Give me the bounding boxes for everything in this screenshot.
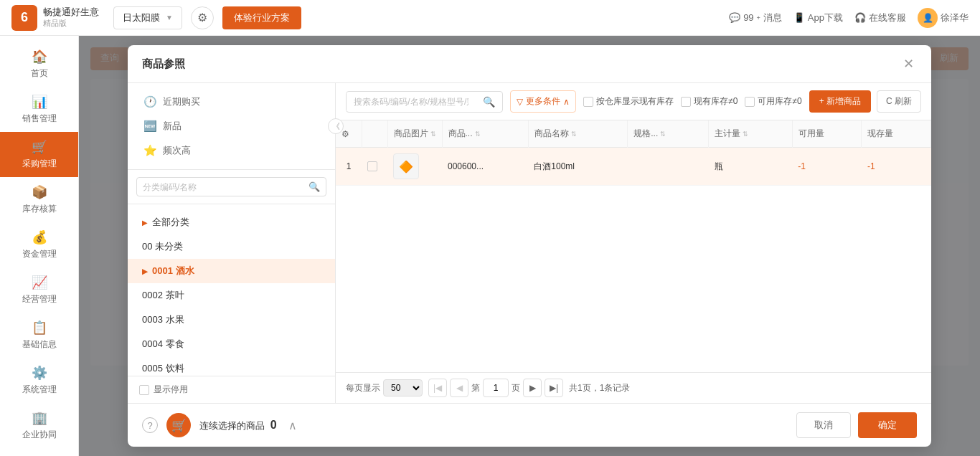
triangle-icon: ▶	[142, 219, 148, 227]
category-item-0005[interactable]: 0005 饮料	[128, 356, 335, 376]
search-icon: 🔍	[308, 181, 320, 192]
th-available: 可用量	[792, 120, 862, 148]
home-icon: 🏠	[32, 49, 47, 65]
basic-icon: 📋	[32, 320, 47, 336]
checkbox-nonzero-available[interactable]: 可用库存≠0	[745, 95, 801, 108]
footer-collapse-icon[interactable]: ∧	[288, 419, 297, 432]
sidebar-item-inventory[interactable]: 📦 库存核算	[0, 177, 78, 222]
brand-name: 畅捷通好生意	[43, 6, 99, 19]
sidebar-item-basic[interactable]: 📋 基础信息	[0, 313, 78, 358]
logo-area: 6 畅捷通好生意 精品版	[11, 5, 99, 31]
tab-frequent[interactable]: ⭐ 频次高	[136, 139, 326, 162]
per-page-dropdown[interactable]: 50 10 20 100	[383, 379, 423, 396]
product-search-button[interactable]: 🔍	[476, 92, 502, 112]
main-layout: 🏠 首页 📊 销售管理 🛒 采购管理 📦 库存核算 💰 资金管理 📈 经营管理 …	[0, 36, 980, 456]
category-item-0003[interactable]: 0003 水果	[128, 308, 335, 332]
sidebar-item-finance[interactable]: 💰 资金管理	[0, 222, 78, 267]
existing-stock-checkbox[interactable]	[583, 97, 593, 107]
row-image-cell: 🔶	[387, 148, 442, 186]
nonzero-stock-checkbox[interactable]	[681, 97, 691, 107]
category-item-0001[interactable]: ▶ 0001 酒水	[128, 259, 335, 283]
category-item-00[interactable]: 00 未分类	[128, 234, 335, 259]
help-button[interactable]: ?	[142, 417, 158, 433]
product-reference-modal: 商品参照 ✕ 🕐 近期购买 🆕	[128, 45, 931, 447]
collapse-left-panel-button[interactable]: 《	[328, 118, 344, 134]
table-body: 1 🔶	[336, 148, 931, 186]
modal-body: 🕐 近期购买 🆕 新品 ⭐ 频次高 《	[128, 83, 931, 403]
add-product-button[interactable]: + 新增商品	[809, 90, 871, 113]
sidebar-item-purchase[interactable]: 🛒 采购管理	[0, 132, 78, 177]
selected-count-value: 0	[270, 419, 277, 431]
th-spec: 规格... ⇅	[628, 120, 709, 148]
cancel-button[interactable]: 取消	[796, 412, 851, 438]
sidebar-item-enterprise[interactable]: 🏢 企业协同	[0, 403, 78, 448]
top-navigation: 6 畅捷通好生意 精品版 日太阳膜 ▼ ⚙ 体验行业方案 💬 99+ 消息 📱 …	[0, 0, 980, 36]
try-industry-button[interactable]: 体验行业方案	[222, 6, 301, 29]
row-name: 白酒100ml	[528, 148, 627, 186]
last-page-button[interactable]: ▶|	[545, 379, 563, 397]
sidebar-item-operations[interactable]: 📈 经营管理	[0, 267, 78, 313]
cart-icon: 🛒	[32, 139, 47, 155]
pagination-area: 每页显示 50 10 20 100 |◀ ◀	[336, 372, 931, 403]
row-code: 000600...	[442, 148, 528, 186]
tab-recent-purchase[interactable]: 🕐 近期购买	[136, 90, 326, 113]
user-item[interactable]: 👤 徐泽华	[918, 8, 969, 28]
next-page-button[interactable]: ▶	[523, 379, 542, 397]
category-item-0004[interactable]: 0004 零食	[128, 332, 335, 356]
system-icon: ⚙️	[32, 365, 47, 381]
row-stock: -1	[862, 148, 931, 186]
sidebar-item-sales[interactable]: 📊 销售管理	[0, 87, 78, 132]
product-table-area: ⚙ 商品图片 ⇅	[336, 120, 931, 372]
th-checkbox	[362, 120, 387, 148]
row-index: 1	[336, 148, 362, 186]
sidebar-item-system[interactable]: ⚙️ 系统管理	[0, 358, 78, 403]
tab-new-products[interactable]: 🆕 新品	[136, 115, 326, 138]
more-filter-button[interactable]: ▽ 更多条件 ∧	[510, 90, 576, 113]
avatar: 👤	[918, 8, 938, 28]
right-panel: 🔍 ▽ 更多条件 ∧ 按仓库显示现有库存	[336, 83, 931, 403]
show-disabled-checkbox[interactable]	[139, 385, 149, 395]
product-table: ⚙ 商品图片 ⇅	[336, 120, 931, 186]
message-icon: 💬	[729, 12, 740, 23]
nav-selector[interactable]: 日太阳膜 ▼	[113, 6, 182, 29]
sidebar-item-home[interactable]: 🏠 首页	[0, 42, 78, 87]
th-image: 商品图片 ⇅	[387, 120, 442, 148]
toolbar-right-actions: + 新增商品 C 刷新	[809, 90, 921, 113]
th-stock: 现存量	[862, 120, 931, 148]
active-triangle-icon: ▶	[142, 267, 148, 275]
modal-header: 商品参照 ✕	[128, 45, 931, 83]
gear-button[interactable]: ⚙	[191, 6, 214, 29]
table-header: ⚙ 商品图片 ⇅	[336, 120, 931, 148]
category-search-input[interactable]	[143, 182, 304, 192]
table-row[interactable]: 1 🔶	[336, 148, 931, 186]
box-icon: 📦	[32, 184, 47, 200]
refresh-button[interactable]: C 刷新	[877, 90, 921, 113]
modal-close-button[interactable]: ✕	[900, 55, 917, 72]
checkbox-show-existing-stock[interactable]: 按仓库显示现有库存	[583, 95, 674, 108]
category-item-all[interactable]: ▶ 全部分类	[128, 210, 335, 234]
checkbox-nonzero-stock[interactable]: 现有库存≠0	[681, 95, 738, 108]
filter-icon: ▽	[517, 97, 523, 107]
star-icon: ⭐	[143, 144, 157, 157]
page-number-input[interactable]	[483, 379, 509, 397]
first-page-button[interactable]: |◀	[428, 379, 447, 397]
download-icon: 📱	[793, 12, 805, 23]
app-download-item[interactable]: 📱 App下载	[793, 11, 843, 24]
sort-icon-image: ⇅	[430, 130, 436, 138]
total-info: 共1页，1条记录	[569, 382, 630, 394]
selected-count-label: 连续选择的商品 0	[199, 419, 280, 432]
row-unit: 瓶	[709, 148, 793, 186]
message-item[interactable]: 💬 99+ 消息	[729, 11, 782, 24]
cart-button[interactable]: 🛒	[166, 413, 191, 437]
sidebar-item-guide[interactable]: 🎯 新手引导	[0, 448, 78, 456]
online-service-item[interactable]: 🎧 在线客服	[854, 11, 906, 24]
prev-page-button[interactable]: ◀	[450, 379, 468, 397]
confirm-button[interactable]: 确定	[858, 412, 917, 438]
show-disabled-area: 显示停用	[128, 376, 335, 403]
category-item-0002[interactable]: 0002 茶叶	[128, 283, 335, 308]
row-checkbox[interactable]	[367, 161, 377, 171]
product-search-input[interactable]	[347, 92, 476, 111]
th-name: 商品名称 ⇅	[528, 120, 627, 148]
nonzero-available-checkbox[interactable]	[745, 97, 755, 107]
sidebar: 🏠 首页 📊 销售管理 🛒 采购管理 📦 库存核算 💰 资金管理 📈 经营管理 …	[0, 36, 79, 456]
